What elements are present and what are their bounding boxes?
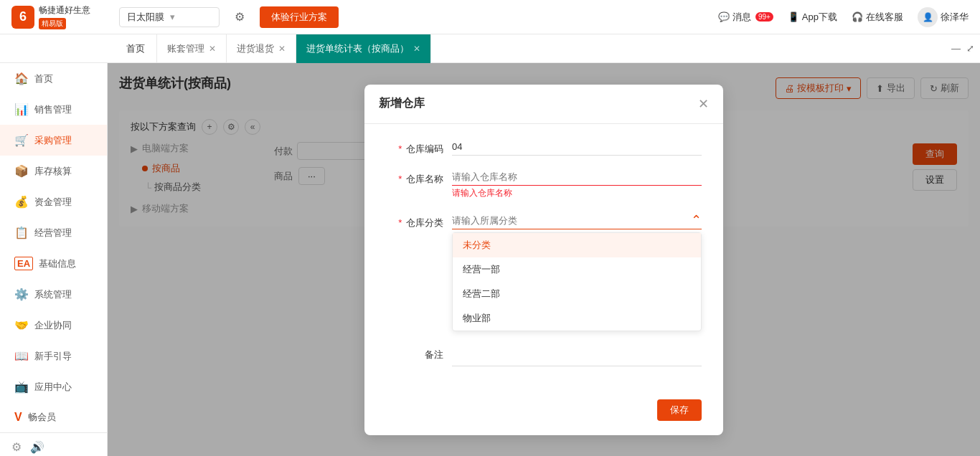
finance-icon: 💰 — [14, 195, 29, 209]
modal-close-button[interactable]: ✕ — [698, 96, 709, 112]
inventory-icon: 📦 — [14, 164, 29, 178]
sidebar-item-operations[interactable]: 📋 经营管理 — [0, 217, 107, 248]
content-area: 进货单统计(按商品) 🖨 按模板打印 ▾ ⬆ 导出 ↻ 刷新 — [108, 63, 980, 456]
top-header: 6 畅捷通好生意 精易版 日太阳膜 ▾ ⚙ 体验行业方案 💬 消息 99+ 📱 … — [0, 0, 980, 34]
guide-icon: 📖 — [14, 349, 29, 363]
notes-field: 备注 — [386, 344, 702, 366]
settings-icon[interactable]: ⚙ — [228, 6, 251, 29]
name-input[interactable] — [452, 168, 702, 186]
dropdown-item-unclassified[interactable]: 未分类 — [453, 233, 701, 257]
modal-header: 新增仓库 ✕ — [364, 85, 723, 124]
sidebar-item-inventory[interactable]: 📦 库存核算 — [0, 156, 107, 186]
app-icon: 📺 — [14, 380, 29, 394]
sidebar-item-finance[interactable]: 💰 资金管理 — [0, 186, 107, 217]
name-input-wrapper: 请输入仓库名称 — [452, 168, 702, 199]
headset-icon: 🎧 — [852, 11, 863, 22]
sidebar-item-system[interactable]: ⚙️ 系统管理 — [0, 279, 107, 310]
name-label: * 仓库名称 — [386, 168, 443, 186]
modal-footer: 保存 — [364, 399, 723, 421]
settings-bottom-icon[interactable]: ⚙ — [11, 440, 22, 454]
sidebar-item-purchase[interactable]: 🛒 采购管理 — [0, 125, 107, 156]
dropdown-item-ops2[interactable]: 经营二部 — [453, 282, 701, 306]
header-right: 💬 消息 99+ 📱 App下载 🎧 在线客服 👤 徐泽华 — [718, 7, 969, 27]
tab-accounts[interactable]: 账套管理 ✕ — [157, 34, 227, 63]
trial-button[interactable]: 体验行业方案 — [260, 6, 339, 28]
new-warehouse-modal: 新增仓库 ✕ * 仓库编码 — [364, 85, 723, 435]
message-icon: 💬 — [718, 11, 730, 22]
name-error-msg: 请输入仓库名称 — [452, 187, 702, 199]
app-download-button[interactable]: 📱 App下载 — [788, 11, 837, 24]
tab-actions: — ⤢ — [951, 43, 980, 54]
tab-minimize-icon[interactable]: — — [951, 43, 961, 54]
user-area[interactable]: 👤 徐泽华 — [918, 7, 969, 27]
category-label: * 仓库分类 — [386, 212, 443, 229]
system-icon: ⚙️ — [14, 288, 29, 301]
sidebar-item-enterprise[interactable]: 🤝 企业协同 — [0, 310, 107, 341]
notes-label: 备注 — [386, 344, 443, 361]
logo-icon: 6 — [11, 6, 34, 29]
vip-icon: V — [14, 411, 22, 424]
tab-purchase-return[interactable]: 进货退货 ✕ — [227, 34, 296, 63]
tab-purchase-stats[interactable]: 进货单统计表（按商品） ✕ — [296, 34, 431, 63]
category-input-row: ⌃ — [452, 212, 702, 229]
store-arrow-icon: ▾ — [170, 11, 175, 22]
sidebar-item-basic-info[interactable]: EA 基础信息 — [0, 248, 107, 279]
main-layout: 🏠 首页 📊 销售管理 🛒 采购管理 📦 库存核算 💰 资金管理 📋 经营管理 … — [0, 63, 980, 456]
sidebar-item-guide[interactable]: 📖 新手引导 — [0, 341, 107, 371]
tab-expand-icon[interactable]: ⤢ — [966, 43, 974, 54]
modal-overlay: 新增仓库 ✕ * 仓库编码 — [108, 63, 980, 456]
sales-icon: 📊 — [14, 103, 29, 116]
tab-home[interactable]: 首页 — [115, 34, 157, 63]
tab-close-accounts[interactable]: ✕ — [209, 44, 216, 54]
category-input[interactable] — [452, 212, 691, 229]
modal-title: 新增仓库 — [379, 96, 425, 111]
logo-text: 畅捷通好生意 精易版 — [39, 4, 90, 29]
phone-icon: 📱 — [788, 11, 799, 22]
code-label: * 仓库编码 — [386, 138, 443, 156]
sidebar-item-vip[interactable]: V 畅会员 — [0, 402, 107, 432]
category-input-wrapper: ⌃ 未分类 经营一部 经营二部 物业部 — [452, 212, 702, 331]
online-service-button[interactable]: 🎧 在线客服 — [852, 11, 903, 24]
enterprise-icon: 🤝 — [14, 318, 29, 332]
code-input-wrapper — [452, 138, 702, 156]
sidebar-item-app[interactable]: 📺 应用中心 — [0, 371, 107, 402]
purchase-icon: 🛒 — [14, 133, 29, 147]
sidebar: 🏠 首页 📊 销售管理 🛒 采购管理 📦 库存核算 💰 资金管理 📋 经营管理 … — [0, 63, 108, 456]
tab-close-purchase-stats[interactable]: ✕ — [413, 44, 420, 54]
sidebar-item-home[interactable]: 🏠 首页 — [0, 63, 107, 94]
operations-icon: 📋 — [14, 226, 29, 239]
speaker-icon[interactable]: 🔊 — [30, 440, 44, 454]
modal-body: * 仓库编码 * 仓库名称 — [364, 124, 723, 394]
name-field: * 仓库名称 请输入仓库名称 — [386, 168, 702, 199]
notif-badge: 99+ — [755, 12, 773, 22]
store-selector[interactable]: 日太阳膜 ▾ — [119, 7, 220, 27]
basic-info-icon: EA — [14, 257, 33, 270]
sidebar-item-sales[interactable]: 📊 销售管理 — [0, 94, 107, 125]
category-dropdown: 未分类 经营一部 经营二部 物业部 — [452, 232, 702, 331]
save-button[interactable]: 保存 — [657, 399, 702, 421]
notes-input-wrapper — [452, 344, 702, 366]
code-input[interactable] — [452, 138, 702, 156]
tab-close-purchase-return[interactable]: ✕ — [278, 44, 286, 54]
sidebar-bottom: ⚙ 🔊 — [0, 432, 107, 456]
code-field: * 仓库编码 — [386, 138, 702, 156]
logo-area: 6 畅捷通好生意 精易版 — [11, 4, 119, 29]
chevron-up-icon[interactable]: ⌃ — [691, 212, 702, 228]
category-field: * 仓库分类 ⌃ 未分类 经营一部 经 — [386, 212, 702, 331]
notes-textarea[interactable] — [452, 344, 702, 366]
dropdown-item-property[interactable]: 物业部 — [453, 306, 701, 331]
messages-button[interactable]: 💬 消息 99+ — [718, 11, 773, 24]
tab-bar: 首页 账套管理 ✕ 进货退货 ✕ 进货单统计表（按商品） ✕ — ⤢ — [0, 34, 980, 63]
dropdown-item-ops1[interactable]: 经营一部 — [453, 257, 701, 282]
home-icon: 🏠 — [14, 72, 29, 85]
avatar: 👤 — [918, 7, 938, 27]
